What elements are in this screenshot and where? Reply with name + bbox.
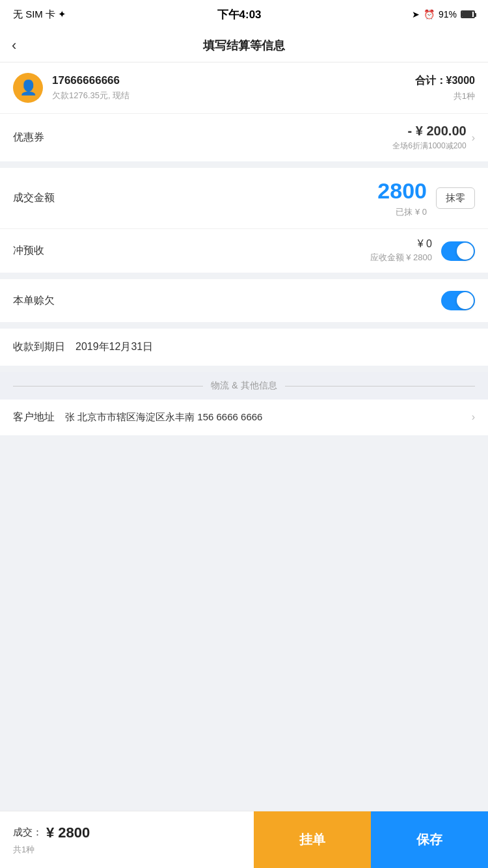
duedate-row: 收款到期日 2019年12月31日 [0, 329, 488, 366]
coupon-desc: 全场6折满1000减200 [392, 141, 466, 152]
nav-bar: ‹ 填写结算等信息 [0, 29, 488, 62]
divider-line-right [285, 386, 475, 387]
page-title: 填写结算等信息 [203, 38, 285, 53]
hold-button[interactable]: 挂单 [254, 811, 371, 868]
deal-amount-value: 2800 [377, 178, 427, 204]
back-button[interactable]: ‹ [12, 37, 16, 54]
bottom-deal-amount: ¥ 2800 [46, 824, 90, 841]
prereceive-toggle[interactable] [441, 241, 475, 261]
debt-label: 本单赊欠 [13, 294, 55, 308]
empty-space [0, 435, 488, 487]
total-value: ¥3000 [446, 75, 476, 86]
battery-icon [461, 10, 475, 18]
total-count: 共1种 [415, 90, 476, 102]
total-label: 合计： [415, 75, 446, 86]
duedate-label: 收款到期日 [13, 340, 65, 354]
deal-amount-sub: 已抹 ¥ 0 [377, 206, 427, 218]
bottom-deal-count: 共1种 [13, 844, 241, 856]
deal-amount-row: 成交金额 2800 已抹 ¥ 0 抹零 [0, 168, 488, 228]
bottom-deal-label: 成交： [13, 826, 42, 839]
divider-section: 物流 & 其他信息 [0, 372, 488, 400]
location-icon: ➤ [412, 9, 420, 20]
status-right: ➤ ⏰ 91% [412, 9, 475, 20]
prereceive-receivable: 应收金额 ¥ 2800 [370, 252, 432, 264]
prereceive-label: 冲预收 [13, 244, 44, 258]
alarm-icon: ⏰ [424, 9, 435, 20]
divider-text: 物流 & 其他信息 [203, 380, 284, 392]
prereceive-row: 冲预收 ¥ 0 应收金额 ¥ 2800 [0, 228, 488, 273]
customer-debt: 欠款1276.35元, 现结 [52, 90, 415, 102]
debt-toggle[interactable] [441, 291, 475, 310]
avatar: 👤 [13, 73, 43, 103]
debt-row: 本单赊欠 [0, 279, 488, 322]
address-value: 张 北京市市辖区海淀区永丰南 156 6666 6666 [65, 410, 465, 425]
prereceive-amount: ¥ 0 [370, 238, 432, 250]
sim-label: 无 SIM 卡 ✦ [13, 8, 66, 21]
bottom-summary: 成交： ¥ 2800 共1种 [0, 811, 254, 868]
address-label: 客户地址 [13, 411, 65, 424]
duedate-value: 2019年12月31日 [75, 340, 153, 354]
coupon-chevron-icon: › [472, 132, 475, 144]
battery-label: 91% [439, 9, 457, 20]
address-row[interactable]: 客户地址 张 北京市市辖区海淀区永丰南 156 6666 6666 › [0, 400, 488, 435]
coupon-label: 优惠券 [13, 131, 44, 144]
amount-section: 成交金额 2800 已抹 ¥ 0 抹零 冲预收 ¥ 0 应收金额 ¥ 2800 [0, 168, 488, 273]
content-area: 👤 17666666666 欠款1276.35元, 现结 合计：¥3000 共1… [0, 62, 488, 552]
address-chevron-icon: › [472, 411, 475, 423]
coupon-right: - ¥ 200.00 全场6折满1000减200 › [392, 124, 475, 152]
customer-card: 👤 17666666666 欠款1276.35元, 现结 合计：¥3000 共1… [0, 62, 488, 161]
avatar-icon: 👤 [20, 79, 37, 96]
bottom-bar: 成交： ¥ 2800 共1种 挂单 保存 [0, 811, 488, 868]
divider-line-left [13, 386, 203, 387]
total-amount: 合计：¥3000 [415, 74, 476, 88]
customer-info: 17666666666 欠款1276.35元, 现结 [52, 74, 415, 102]
status-bar: 无 SIM 卡 ✦ 下午4:03 ➤ ⏰ 91% [0, 0, 488, 29]
coupon-row[interactable]: 优惠券 - ¥ 200.00 全场6折满1000减200 › [0, 113, 488, 161]
customer-total: 合计：¥3000 共1种 [415, 74, 476, 102]
customer-row: 👤 17666666666 欠款1276.35元, 现结 合计：¥3000 共1… [0, 62, 488, 113]
deal-amount-right: 2800 已抹 ¥ 0 抹零 [377, 178, 475, 218]
prereceive-right: ¥ 0 应收金额 ¥ 2800 [370, 238, 475, 264]
bottom-summary-top: 成交： ¥ 2800 [13, 824, 241, 841]
customer-phone: 17666666666 [52, 74, 415, 87]
deal-amount-label: 成交金额 [13, 191, 55, 205]
round-button[interactable]: 抹零 [436, 187, 475, 209]
prereceive-value-block: ¥ 0 应收金额 ¥ 2800 [370, 238, 432, 264]
coupon-discount: - ¥ 200.00 [392, 124, 466, 139]
save-button[interactable]: 保存 [371, 811, 488, 868]
status-left: 无 SIM 卡 ✦ [13, 8, 66, 21]
status-time: 下午4:03 [217, 7, 262, 22]
